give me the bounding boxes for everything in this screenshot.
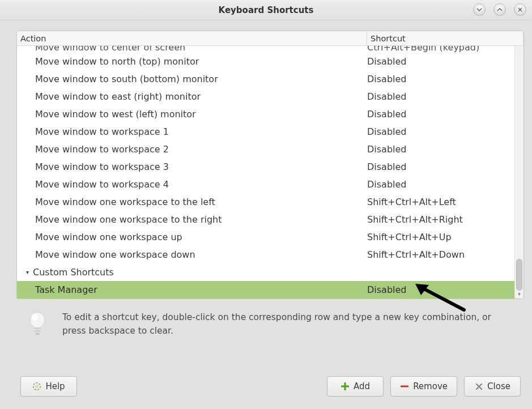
cell-shortcut: Shift+Ctrl+Alt+Right [367,214,514,225]
close-window-button[interactable] [514,3,526,16]
help-button-label: Help [45,381,65,391]
shortcut-list-panel: Action Shortcut Move window to center of… [16,31,524,299]
help-icon [32,382,41,391]
cell-action: Move window to south (bottom) monitor [17,74,367,84]
close-button[interactable]: Close [464,376,521,397]
scrollbar-thumb[interactable] [516,259,522,291]
close-button-label: Close [487,381,510,391]
svg-point-0 [30,312,45,328]
table-row[interactable]: Move window to west (left) monitorDisabl… [17,105,514,123]
hint-area: To edit a shortcut key, double-click on … [26,310,509,342]
table-row[interactable]: Move window to east (right) monitorDisab… [17,88,514,105]
close-x-icon [474,382,483,391]
table-row[interactable]: Move window one workspace upShift+Ctrl+A… [17,228,514,246]
minimize-button[interactable] [473,3,486,16]
add-button[interactable]: Add [327,376,384,397]
table-row[interactable]: Move window to workspace 4Disabled [17,176,514,193]
cell-shortcut: Disabled [367,56,514,67]
table-row[interactable]: Move window to south (bottom) monitorDis… [17,70,514,88]
chevron-down-icon [476,7,482,12]
hint-text: To edit a shortcut key, double-click on … [62,310,509,338]
maximize-button[interactable] [493,3,506,16]
cell-action: Move window to workspace 2 [17,144,367,155]
cell-action: Move window to workspace 1 [17,126,367,137]
cell-shortcut: Disabled [367,109,514,120]
column-header-shortcut[interactable]: Shortcut [367,31,524,45]
cell-action: Move window one workspace to the right [17,214,367,225]
shortcut-list: Move window to center of screenCtrl+Alt+… [17,46,514,299]
cell-action: Move window to workspace 4 [17,179,367,190]
svg-point-1 [32,314,37,321]
column-headers: Action Shortcut [17,31,524,46]
chevron-up-icon [497,7,503,12]
table-row[interactable]: Move window to workspace 1Disabled [17,123,514,140]
table-row[interactable]: Move window to workspace 3Disabled [17,158,514,176]
cell-shortcut: Disabled [367,161,514,172]
cell-shortcut: Shift+Ctrl+Alt+Down [367,249,514,260]
table-row[interactable]: Move window to north (top) monitorDisabl… [17,53,514,70]
window-controls [473,3,526,16]
cell-action: Move window to north (top) monitor [17,56,367,67]
svg-rect-2 [34,327,41,329]
cell-action: Move window to west (left) monitor [17,109,367,120]
cell-shortcut: Shift+Ctrl+Alt+Up [367,232,514,242]
lightbulb-icon [26,310,49,342]
remove-button-label: Remove [413,381,448,391]
cell-action: Move window one workspace to the left [17,197,367,207]
minus-icon [400,382,409,391]
help-button[interactable]: Help [20,376,77,397]
table-row[interactable]: Move window to workspace 2Disabled [17,140,514,158]
plus-icon [341,382,350,391]
scroll-down-arrow[interactable]: ▾ [515,291,524,298]
vertical-scrollbar[interactable]: ▾ [514,46,524,299]
table-row[interactable]: Move window to center of screenCtrl+Alt+… [17,46,514,53]
category-label: ▾Custom Shortcuts [17,267,367,278]
cell-action: Move window to center of screen [17,46,367,53]
expander-icon[interactable]: ▾ [26,269,32,275]
cell-shortcut: Disabled [367,74,514,84]
cell-action: Move window one workspace up [17,232,367,242]
table-row[interactable]: Move window one workspace to the rightSh… [17,211,514,228]
table-row-selected[interactable]: Task ManagerDisabled [17,281,514,299]
cell-shortcut: Shift+Ctrl+Alt+Left [367,197,514,207]
cell-shortcut: Disabled [367,144,514,155]
cell-action: Move window to workspace 3 [17,161,367,172]
remove-button[interactable]: Remove [390,376,457,397]
titlebar: Keyboard Shortcuts [0,0,532,20]
column-header-action[interactable]: Action [17,31,367,45]
list-viewport: Move window to center of screenCtrl+Alt+… [17,46,524,299]
close-icon [517,7,523,12]
button-bar: Help Add Remove Close [20,376,521,397]
add-button-label: Add [354,381,370,391]
cell-action: Move window one workspace down [17,249,367,260]
cell-shortcut: Disabled [367,179,514,190]
cell-action: Move window to east (right) monitor [17,91,367,102]
cell-shortcut: Disabled [367,126,514,137]
window-title: Keyboard Shortcuts [0,0,532,20]
svg-point-6 [36,385,38,387]
table-row[interactable]: Move window one workspace downShift+Ctrl… [17,246,514,263]
cell-shortcut: Ctrl+Alt+Begin (keypad) [367,46,514,53]
cell-shortcut: Disabled [367,284,514,295]
cell-action: Task Manager [17,284,367,295]
svg-rect-4 [35,333,40,335]
cell-shortcut: Disabled [367,91,514,102]
category-row[interactable]: ▾Custom Shortcuts [17,263,514,281]
svg-rect-3 [34,330,41,332]
table-row[interactable]: Move window one workspace to the leftShi… [17,193,514,211]
